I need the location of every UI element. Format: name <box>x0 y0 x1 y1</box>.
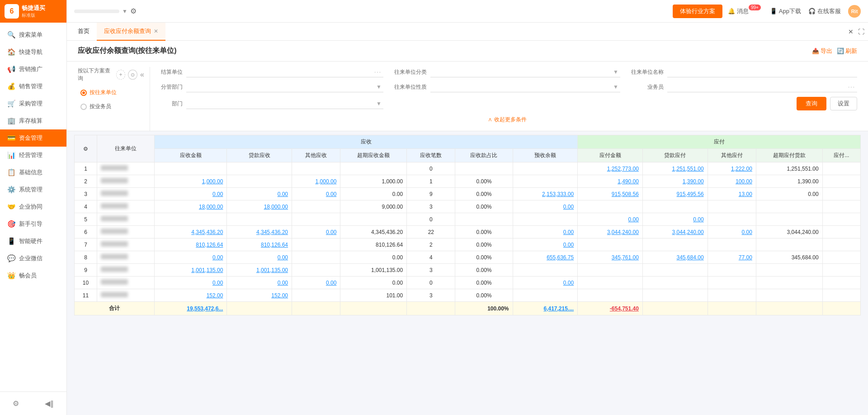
tab-balance[interactable]: 应收应付余额查询 ✕ <box>97 23 165 41</box>
cell-value[interactable]: 1,000.00 <box>155 175 227 188</box>
sidebar-item-inventory[interactable]: 🏢库存核算 <box>0 112 66 129</box>
industry-btn[interactable]: 体验行业方案 <box>673 5 722 18</box>
sidebar-item-business[interactable]: 📊经营管理 <box>0 147 66 164</box>
cell-value[interactable]: 18,000.00 <box>155 200 227 213</box>
cell-value[interactable] <box>227 175 292 188</box>
settings-btn[interactable]: 设置 <box>830 97 857 110</box>
cell-value[interactable]: 1,001,135.00 <box>227 264 292 277</box>
tab-close-icon[interactable]: ✕ <box>154 28 158 34</box>
cell-value[interactable] <box>292 213 340 226</box>
refresh-btn[interactable]: 🔄 刷新 <box>837 47 857 55</box>
filter-collapse-btn[interactable]: « <box>140 71 144 79</box>
footer-ar-amount[interactable]: 19,553,472,6... <box>155 302 227 315</box>
cell-value[interactable]: 18,000.00 <box>227 200 292 213</box>
sidebar-item-sales[interactable]: 💰销售管理 <box>0 78 66 95</box>
cell-value[interactable]: 0.00 <box>227 188 292 200</box>
cell-value[interactable]: 915,495.56 <box>642 188 708 200</box>
query-btn[interactable]: 查询 <box>797 97 826 110</box>
sidebar-collapse-btn[interactable]: ◀‖ <box>42 396 57 410</box>
app-download-btn[interactable]: 📱 App下载 <box>770 7 801 15</box>
cell-value[interactable]: 810,126.64 <box>227 239 292 251</box>
cell-value[interactable]: 152.00 <box>227 289 292 302</box>
sidebar-item-enterprise[interactable]: 🤝企业协同 <box>0 198 66 215</box>
online-service-btn[interactable]: 🎧 在线客服 <box>808 7 841 15</box>
cell-value[interactable] <box>155 213 227 226</box>
cell-value[interactable]: 345,684.00 <box>642 251 708 264</box>
field-select-dept[interactable]: ▼ <box>186 82 383 92</box>
cell-value[interactable]: 1,222.00 <box>708 162 756 175</box>
cell-value[interactable] <box>578 200 643 213</box>
cell-value[interactable] <box>227 162 292 175</box>
field-input-salesman[interactable]: ··· <box>667 82 857 92</box>
cell-value[interactable]: 0.00 <box>578 213 643 226</box>
cell-value[interactable]: 0.00 <box>513 277 578 289</box>
sidebar-item-finance[interactable]: 💳资金管理 <box>0 129 66 147</box>
cell-value[interactable]: 0.00 <box>292 188 340 200</box>
cell-value[interactable] <box>513 175 578 188</box>
sidebar-item-search[interactable]: 🔍搜索菜单 <box>0 26 66 43</box>
cell-value[interactable]: 810,126.64 <box>155 239 227 251</box>
cell-value[interactable]: 0.00 <box>155 251 227 264</box>
sidebar-item-purchase[interactable]: 🛒采购管理 <box>0 95 66 112</box>
user-area[interactable]: Rit <box>848 5 861 18</box>
cell-value[interactable]: 77.00 <box>708 251 756 264</box>
cell-value[interactable]: 4,345,436.20 <box>155 226 227 239</box>
cell-value[interactable]: 100.00 <box>708 175 756 188</box>
cell-value[interactable]: 1,490.00 <box>578 175 643 188</box>
filter-schema-btn[interactable]: ⊙ <box>128 70 137 80</box>
cell-value[interactable]: 1,001,135.00 <box>155 264 227 277</box>
footer-ap-amount[interactable]: -654,751.40 <box>578 302 643 315</box>
cell-value[interactable] <box>642 239 708 251</box>
subnav-by-salesman[interactable]: 按业务员 <box>78 101 144 112</box>
cell-value[interactable]: 0.00 <box>513 200 578 213</box>
sidebar-item-hardware[interactable]: 📱智能硬件 <box>0 233 66 250</box>
field-select-bmdept[interactable]: ▼ <box>186 99 383 109</box>
cell-value[interactable] <box>227 213 292 226</box>
export-btn[interactable]: 📤 导出 <box>812 47 832 55</box>
cell-value[interactable]: 0.00 <box>292 226 340 239</box>
cell-value[interactable] <box>292 264 340 277</box>
cell-value[interactable] <box>642 264 708 277</box>
field-select-nature[interactable]: ▼ <box>430 82 620 92</box>
filter-collapse-row[interactable]: ∧ 收起更多条件 <box>157 114 857 125</box>
subnav-by-unit[interactable]: 按往来单位 <box>78 87 144 98</box>
sidebar-item-wechat[interactable]: 💬企业微信 <box>0 250 66 267</box>
cell-value[interactable] <box>708 239 756 251</box>
cell-value[interactable]: 0.00 <box>708 226 756 239</box>
cell-value[interactable] <box>708 277 756 289</box>
notification-btn[interactable]: 🔔 消息 99+ <box>728 7 763 15</box>
cell-value[interactable] <box>292 251 340 264</box>
cell-value[interactable]: 0.00 <box>513 239 578 251</box>
cell-value[interactable]: 1,390.00 <box>642 175 708 188</box>
cell-value[interactable] <box>578 277 643 289</box>
filter-add-btn[interactable]: + <box>116 70 126 80</box>
cell-value[interactable]: 0.00 <box>227 251 292 264</box>
cell-value[interactable] <box>513 213 578 226</box>
sidebar-item-quicknav[interactable]: 🏠快捷导航 <box>0 43 66 61</box>
cell-value[interactable] <box>708 200 756 213</box>
tab-close-all-icon[interactable]: ✕ <box>848 28 854 35</box>
sidebar-item-marketing[interactable]: 📢营销推广 <box>0 61 66 78</box>
cell-value[interactable] <box>292 239 340 251</box>
table-settings-icon[interactable]: ⚙ <box>83 146 88 152</box>
cell-value[interactable]: 2,153,333.00 <box>513 188 578 200</box>
cell-value[interactable]: 13.00 <box>708 188 756 200</box>
footer-prepaid[interactable]: 6,417,215.... <box>513 302 578 315</box>
cell-value[interactable] <box>708 264 756 277</box>
cell-value[interactable]: 0.00 <box>642 213 708 226</box>
col-settings-header[interactable]: ⚙ <box>75 135 97 162</box>
cell-value[interactable]: 4,345,436.20 <box>227 226 292 239</box>
cell-value[interactable] <box>155 162 227 175</box>
header-settings-icon[interactable]: ⚙ <box>130 7 137 15</box>
cell-value[interactable] <box>513 289 578 302</box>
cell-value[interactable]: 345,761.00 <box>578 251 643 264</box>
cell-value[interactable]: 3,044,240.00 <box>578 226 643 239</box>
cell-value[interactable]: 1,252,773.00 <box>578 162 643 175</box>
cell-value[interactable]: 0.00 <box>513 226 578 239</box>
cell-value[interactable] <box>578 239 643 251</box>
cell-value[interactable]: 152.00 <box>155 289 227 302</box>
sidebar-item-vip[interactable]: 👑畅会员 <box>0 267 66 284</box>
sidebar-settings-btn[interactable]: ⚙ <box>10 396 22 410</box>
sidebar-item-basic[interactable]: 📋基础信息 <box>0 164 66 181</box>
cell-value[interactable] <box>292 162 340 175</box>
